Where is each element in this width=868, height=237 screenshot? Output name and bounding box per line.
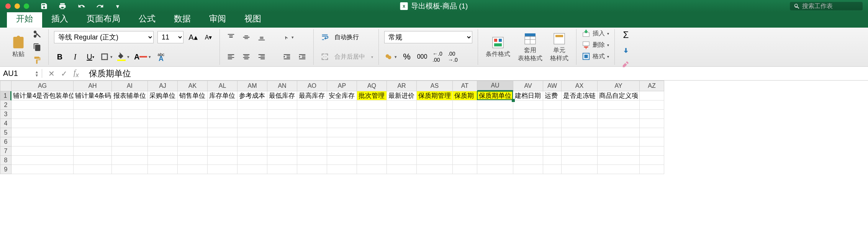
cell-AO3[interactable] bbox=[297, 110, 327, 119]
cell-AX6[interactable] bbox=[562, 137, 598, 146]
cell-AV6[interactable] bbox=[513, 137, 543, 146]
cell-AP7[interactable] bbox=[327, 146, 357, 156]
cell-AG8[interactable] bbox=[11, 156, 74, 165]
cell-AH3[interactable] bbox=[74, 110, 112, 119]
cell-AM7[interactable] bbox=[237, 146, 267, 156]
cell-AX1[interactable]: 是否走冻链 bbox=[562, 91, 598, 100]
cell-AS1[interactable]: 保质期管理 bbox=[417, 91, 453, 100]
column-header-AM[interactable]: AM bbox=[237, 81, 267, 91]
cell-AJ8[interactable] bbox=[148, 156, 178, 165]
cell-AR4[interactable] bbox=[387, 119, 417, 128]
cell-AW7[interactable] bbox=[543, 146, 562, 156]
maximize-window-button[interactable] bbox=[24, 3, 29, 9]
row-header-8[interactable]: 8 bbox=[0, 156, 11, 165]
currency-button[interactable] bbox=[384, 51, 397, 63]
merge-center-button[interactable]: 合并后居中 bbox=[334, 53, 365, 61]
cell-AZ6[interactable] bbox=[640, 137, 664, 146]
tab-页面布局[interactable]: 页面布局 bbox=[77, 10, 129, 28]
cell-AQ8[interactable] bbox=[357, 156, 387, 165]
cell-AL6[interactable] bbox=[208, 137, 237, 146]
cell-AJ3[interactable] bbox=[148, 110, 178, 119]
cell-AY7[interactable] bbox=[598, 146, 640, 156]
cell-AI1[interactable]: 报表辅单位 bbox=[112, 91, 148, 100]
tab-数据[interactable]: 数据 bbox=[165, 10, 200, 28]
cell-AI6[interactable] bbox=[112, 137, 148, 146]
select-all-corner[interactable] bbox=[0, 81, 11, 91]
cell-AR8[interactable] bbox=[387, 156, 417, 165]
cell-AM2[interactable] bbox=[237, 100, 267, 110]
cell-AH2[interactable] bbox=[74, 100, 112, 110]
cell-AO4[interactable] bbox=[297, 119, 327, 128]
cell-AH5[interactable] bbox=[74, 128, 112, 137]
cell-AX8[interactable] bbox=[562, 156, 598, 165]
cell-AY4[interactable] bbox=[598, 119, 640, 128]
cell-AV3[interactable] bbox=[513, 110, 543, 119]
cell-AO1[interactable]: 最高库存 bbox=[297, 91, 327, 100]
increase-indent-button[interactable] bbox=[296, 51, 308, 63]
save-button[interactable] bbox=[38, 0, 50, 12]
align-center-button[interactable] bbox=[241, 51, 252, 63]
phonetic-guide-button[interactable]: abcA bbox=[155, 51, 167, 63]
cell-AN9[interactable] bbox=[267, 165, 297, 174]
format-painter-button[interactable] bbox=[31, 54, 43, 66]
cell-AZ4[interactable] bbox=[640, 119, 664, 128]
cell-AR3[interactable] bbox=[387, 110, 417, 119]
delete-cells-button[interactable]: 删除▾ bbox=[582, 41, 609, 49]
column-header-AX[interactable]: AX bbox=[562, 81, 598, 91]
column-header-AN[interactable]: AN bbox=[267, 81, 297, 91]
cell-AT1[interactable]: 保质期 bbox=[453, 91, 477, 100]
insert-cells-button[interactable]: 插入▾ bbox=[582, 29, 609, 38]
cell-AN7[interactable] bbox=[267, 146, 297, 156]
column-header-AJ[interactable]: AJ bbox=[148, 81, 178, 91]
autosum-button[interactable]: Σ bbox=[620, 29, 632, 41]
cell-AQ4[interactable] bbox=[357, 119, 387, 128]
cell-AR6[interactable] bbox=[387, 137, 417, 146]
cell-AJ6[interactable] bbox=[148, 137, 178, 146]
column-header-AV[interactable]: AV bbox=[513, 81, 543, 91]
font-name-combo[interactable]: 等线 Regular (正文) bbox=[54, 31, 154, 43]
column-header-AS[interactable]: AS bbox=[417, 81, 453, 91]
cell-AK3[interactable] bbox=[178, 110, 208, 119]
format-cells-button[interactable]: 格式▾ bbox=[582, 52, 609, 61]
cell-AZ8[interactable] bbox=[640, 156, 664, 165]
cell-AX4[interactable] bbox=[562, 119, 598, 128]
clear-button[interactable] bbox=[620, 58, 632, 70]
cell-AK5[interactable] bbox=[178, 128, 208, 137]
cell-AM3[interactable] bbox=[237, 110, 267, 119]
cell-AZ5[interactable] bbox=[640, 128, 664, 137]
cell-AU3[interactable] bbox=[477, 110, 513, 119]
cell-AW6[interactable] bbox=[543, 137, 562, 146]
cell-AQ7[interactable] bbox=[357, 146, 387, 156]
cell-AW5[interactable] bbox=[543, 128, 562, 137]
cell-AH1[interactable]: 辅计量4条码 bbox=[74, 91, 112, 100]
cell-AZ1[interactable] bbox=[640, 91, 664, 100]
cell-AS3[interactable] bbox=[417, 110, 453, 119]
underline-button[interactable]: U▾ bbox=[85, 51, 96, 63]
cell-AL1[interactable]: 库存单位 bbox=[208, 91, 237, 100]
column-header-AZ[interactable]: AZ bbox=[640, 81, 664, 91]
column-header-AQ[interactable]: AQ bbox=[357, 81, 387, 91]
fx-icon[interactable]: fx bbox=[74, 68, 79, 79]
cell-AQ1[interactable]: 批次管理 bbox=[357, 91, 387, 100]
cell-AK4[interactable] bbox=[178, 119, 208, 128]
cell-AL4[interactable] bbox=[208, 119, 237, 128]
cell-AS9[interactable] bbox=[417, 165, 453, 174]
column-header-AO[interactable]: AO bbox=[297, 81, 327, 91]
cell-AO8[interactable] bbox=[297, 156, 327, 165]
cell-AQ6[interactable] bbox=[357, 137, 387, 146]
cell-AU6[interactable] bbox=[477, 137, 513, 146]
cell-AM9[interactable] bbox=[237, 165, 267, 174]
cell-AH8[interactable] bbox=[74, 156, 112, 165]
tab-开始[interactable]: 开始 bbox=[7, 10, 42, 28]
row-header-7[interactable]: 7 bbox=[0, 146, 11, 156]
cell-AY8[interactable] bbox=[598, 156, 640, 165]
border-button[interactable] bbox=[100, 51, 113, 63]
bold-button[interactable]: B bbox=[54, 51, 66, 63]
column-header-AP[interactable]: AP bbox=[327, 81, 357, 91]
fill-color-button[interactable] bbox=[117, 51, 130, 63]
cell-styles-button[interactable]: 单元 格样式 bbox=[548, 31, 571, 63]
cell-AS2[interactable] bbox=[417, 100, 453, 110]
cell-AM4[interactable] bbox=[237, 119, 267, 128]
cell-AP3[interactable] bbox=[327, 110, 357, 119]
cell-AP8[interactable] bbox=[327, 156, 357, 165]
